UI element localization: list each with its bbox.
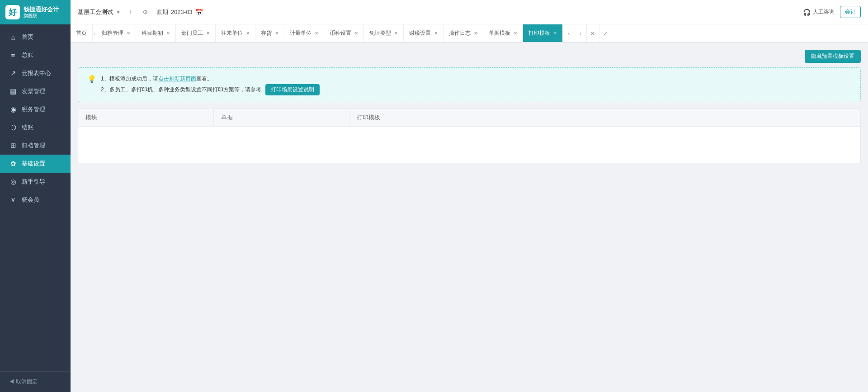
sidebar-label-archive: 归档管理	[22, 142, 45, 150]
tab-operation-log[interactable]: 操作日志 ✕	[443, 24, 483, 42]
app-logo: 好 畅捷通好会计 旗舰版	[0, 0, 71, 24]
tab-close-unit[interactable]: ✕	[315, 31, 318, 36]
table-body	[78, 127, 860, 163]
sidebar-item-tax[interactable]: ◉ 税务管理	[0, 100, 71, 118]
tab-prev-button[interactable]: ‹	[563, 24, 575, 42]
explain-btn[interactable]: 打印场景设置说明	[265, 84, 320, 95]
logo-icon: 好	[5, 5, 20, 19]
member-icon: V	[9, 197, 17, 203]
sidebar-item-archive[interactable]: ⊞ 归档管理	[0, 137, 71, 155]
unpin-label: ◀ 取消固定	[9, 378, 38, 386]
period-value: 2023-03	[171, 9, 193, 15]
sidebar-label-reports: 云报表中心	[22, 69, 51, 77]
app-edition: 旗舰版	[24, 13, 59, 19]
dropdown-arrow-icon: ▼	[116, 9, 121, 15]
tab-home[interactable]: 首页	[71, 24, 93, 42]
tab-close-currency[interactable]: ✕	[354, 31, 358, 36]
tax-icon: ◉	[9, 105, 17, 113]
refresh-link[interactable]: 点击刷新新页面	[158, 76, 196, 82]
period-label: 账期	[156, 8, 168, 16]
ledger-icon: ≡	[9, 52, 17, 59]
app-name: 畅捷通好会计	[24, 6, 59, 13]
sidebar-item-invoice[interactable]: ▤ 发票管理	[0, 82, 71, 100]
calendar-icon[interactable]: 📅	[195, 9, 203, 16]
tab-close-tax[interactable]: ✕	[434, 31, 438, 36]
info-line2: 2、多员工、多打印机、多种业务类型设置不同打印方案等，请参考 打印场景设置说明	[101, 84, 320, 95]
tab-next-button[interactable]: ›	[575, 24, 586, 42]
service-label: 人工咨询	[813, 8, 835, 16]
sidebar-nav: ⌂ 首页 ≡ 总账 ↗ 云报表中心 ▤ 发票管理 ◉ 税务管理 ⬡ 结账 ⊞ 归…	[0, 24, 71, 371]
sidebar-item-member[interactable]: V 畅会员	[0, 191, 71, 209]
tab-doc-template[interactable]: 单据模板 ✕	[483, 24, 523, 42]
tab-close-doc[interactable]: ✕	[514, 31, 517, 36]
add-tab-button[interactable]: ＋	[125, 5, 136, 19]
reports-icon: ↗	[9, 69, 17, 77]
tab-close-inventory[interactable]: ✕	[275, 31, 278, 36]
sidebar-label-invoice: 发票管理	[22, 87, 45, 95]
settings-gear-icon[interactable]: ⚙	[141, 7, 150, 18]
tab-archive[interactable]: 归档管理 ✕	[96, 24, 136, 42]
sidebar-item-settings[interactable]: ✿ 基础设置	[0, 155, 71, 173]
company-selector[interactable]: 基层工会测试 ▼	[78, 8, 121, 16]
sidebar-item-reports[interactable]: ↗ 云报表中心	[0, 64, 71, 82]
sidebar-label-close: 结账	[22, 123, 33, 132]
sidebar-item-guide[interactable]: ◎ 新手引导	[0, 173, 71, 191]
info-box: 💡 1、模板添加成功后，请点击刷新新页面查看。 2、多员工、多打印机、多种业务类…	[78, 67, 861, 102]
sidebar: 好 畅捷通好会计 旗舰版 ⌂ 首页 ≡ 总账 ↗ 云报表中心 ▤ 发票管理 ◉ …	[0, 0, 71, 392]
tab-close-voucher[interactable]: ✕	[394, 31, 398, 36]
period-display: 账期 2023-03 📅	[156, 8, 203, 16]
tab-currency[interactable]: 币种设置 ✕	[324, 24, 364, 42]
tab-separator: ‹	[93, 31, 96, 36]
tab-dept-staff[interactable]: 部门员工 ✕	[176, 24, 216, 42]
topbar: 基层工会测试 ▼ ＋ ⚙ 账期 2023-03 📅 🎧 人工咨询 会计	[71, 0, 868, 24]
bulb-icon: 💡	[87, 75, 96, 83]
sidebar-label-guide: 新手引导	[22, 178, 45, 186]
sidebar-item-ledger[interactable]: ≡ 总账	[0, 46, 71, 64]
company-name: 基层工会测试	[78, 8, 113, 16]
tab-expand-button[interactable]: ⤢	[599, 24, 612, 42]
tab-close-archive[interactable]: ✕	[127, 31, 130, 36]
info-line1: 1、模板添加成功后，请点击刷新新页面查看。	[101, 74, 320, 84]
sidebar-label-settings: 基础设置	[22, 160, 45, 168]
settings-icon: ✿	[9, 160, 17, 168]
tab-tax-settings[interactable]: 财税设置 ✕	[404, 24, 443, 42]
guide-icon: ◎	[9, 178, 17, 186]
sidebar-label-member: 畅会员	[22, 196, 39, 204]
sidebar-item-home[interactable]: ⌂ 首页	[0, 28, 71, 46]
unpin-button[interactable]: ◀ 取消固定	[0, 371, 71, 392]
tab-voucher-type[interactable]: 凭证类型 ✕	[364, 24, 404, 42]
sidebar-item-close[interactable]: ⬡ 结账	[0, 118, 71, 137]
tab-close-subject[interactable]: ✕	[166, 31, 170, 36]
table-header: 模块 单据 打印模板	[78, 109, 860, 127]
col-module: 模块	[78, 109, 214, 126]
info-text: 1、模板添加成功后，请点击刷新新页面查看。 2、多员工、多打印机、多种业务类型设…	[101, 74, 320, 95]
main-area: 基层工会测试 ▼ ＋ ⚙ 账期 2023-03 📅 🎧 人工咨询 会计 首页 ‹…	[71, 0, 868, 392]
sidebar-label-ledger: 总账	[22, 51, 33, 59]
sidebar-label-tax: 税务管理	[22, 105, 45, 113]
col-doc: 单据	[214, 109, 349, 126]
close-period-icon: ⬡	[9, 123, 17, 132]
tab-close-all-button[interactable]: ✕	[586, 24, 599, 42]
tab-subject-init[interactable]: 科目期初 ✕	[136, 24, 176, 42]
sidebar-label-home: 首页	[22, 33, 33, 41]
tab-close-print[interactable]: ✕	[553, 31, 557, 36]
tab-close-counterpart[interactable]: ✕	[246, 31, 250, 36]
action-bar: 隐藏预置模板设置	[78, 50, 861, 63]
accountant-button[interactable]: 会计	[840, 6, 861, 18]
archive-icon: ⊞	[9, 142, 17, 150]
hide-template-btn[interactable]: 隐藏预置模板设置	[805, 50, 861, 63]
tab-unit[interactable]: 计量单位 ✕	[284, 24, 324, 42]
tab-close-log[interactable]: ✕	[474, 31, 477, 36]
topbar-right: 🎧 人工咨询 会计	[803, 6, 861, 18]
service-button[interactable]: 🎧 人工咨询	[803, 8, 835, 16]
tab-counterpart[interactable]: 往来单位 ✕	[216, 24, 255, 42]
home-icon: ⌂	[9, 33, 17, 41]
tab-inventory[interactable]: 存货 ✕	[255, 24, 284, 42]
headset-icon: 🎧	[803, 9, 811, 16]
invoice-icon: ▤	[9, 87, 17, 95]
tab-close-dept[interactable]: ✕	[206, 31, 210, 36]
tab-print-template[interactable]: 打印模板 ✕	[523, 24, 563, 42]
col-template: 打印模板	[349, 109, 860, 126]
template-table: 模块 单据 打印模板	[78, 109, 861, 163]
page-content: 隐藏预置模板设置 💡 1、模板添加成功后，请点击刷新新页面查看。 2、多员工、多…	[71, 43, 868, 392]
